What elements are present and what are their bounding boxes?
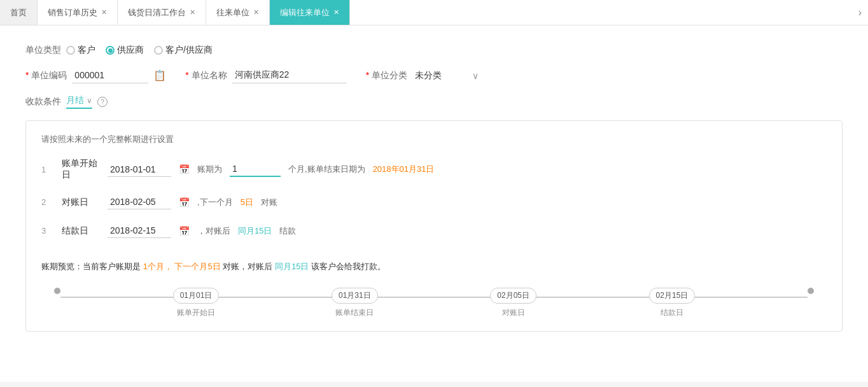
timeline-start-dot (54, 288, 60, 294)
timeline-point-3: 02月05日 对账日 (490, 288, 536, 318)
category-item: 单位分类 未分类 ∨ (366, 70, 479, 81)
tab-partner[interactable]: 往来单位 ✕ (206, 0, 270, 25)
timeline-label-2: 账单结束日 (335, 307, 374, 318)
timeline-point-4: 02月15日 结款日 (649, 288, 696, 318)
timeline-label-1: 账单开始日 (177, 307, 215, 318)
unit-type-item: 单位类型 客户 供应商 客户/供应商 (25, 45, 213, 56)
preview-same: 同月15日 (275, 262, 309, 271)
unit-type-label: 单位类型 (25, 45, 61, 56)
payment-value: 月结 (66, 95, 84, 106)
unit-type-radio-group: 客户 供应商 客户/供应商 (66, 45, 213, 56)
preview-next: 下一个月5日 (174, 262, 220, 271)
row-1-label: 账单开始日 (62, 158, 100, 181)
code-item: 单位编码 📋 (25, 67, 166, 83)
tab-bar: 首页 销售订单历史 ✕ 钱货日清工作台 ✕ 往来单位 ✕ 编辑往来单位 ✕ › (0, 0, 868, 25)
tab-edit-partner-close[interactable]: ✕ (333, 8, 339, 17)
timeline-point-2: 01月31日 账单结束日 (332, 288, 378, 318)
timeline-dot-start (54, 288, 60, 294)
timeline-box-1: 01月01日 (173, 288, 220, 304)
radio-customer[interactable]: 客户 (66, 45, 95, 56)
code-calendar-icon[interactable]: 📋 (153, 69, 166, 81)
period-row-1: 1 账单开始日 📅 账期为 个月,账单结束日期为 2018年01月31日 (41, 158, 827, 181)
timeline-label-3: 对账日 (502, 307, 525, 318)
row-3-pre: ，对账后 (197, 225, 230, 237)
unit-type-row: 单位类型 客户 供应商 客户/供应商 (25, 45, 843, 56)
tab-edit-partner[interactable]: 编辑往来单位 ✕ (270, 0, 350, 25)
radio-supplier-circle (106, 46, 115, 55)
category-value: 未分类 (415, 70, 442, 81)
radio-both-circle (154, 46, 163, 55)
main-content: 单位类型 客户 供应商 客户/供应商 单位编码 📋 (0, 25, 868, 382)
name-input[interactable] (232, 67, 347, 83)
preview-label: 账期预览：当前客户账期是 (41, 262, 141, 271)
category-dropdown-icon[interactable]: ∨ (472, 71, 479, 81)
start-date-input[interactable] (108, 162, 171, 177)
code-input[interactable] (72, 67, 148, 83)
preview-months: 1个月， (143, 262, 172, 271)
reconcile-date-calendar-icon[interactable]: 📅 (179, 197, 190, 208)
radio-both-label: 客户/供应商 (165, 45, 213, 56)
row-2-pre: ,下一个月 (197, 197, 233, 208)
row-3-number: 3 (41, 226, 54, 236)
payment-dropdown-icon[interactable]: ∨ (87, 96, 92, 105)
row-3-highlight: 同月15日 (238, 225, 272, 237)
tab-edit-partner-label: 编辑往来单位 (280, 7, 330, 18)
row-2-post: 对账 (261, 197, 277, 208)
help-icon[interactable]: ? (97, 97, 108, 107)
timeline-point-1: 01月01日 账单开始日 (173, 288, 220, 318)
radio-supplier[interactable]: 供应商 (106, 45, 144, 56)
tab-home[interactable]: 首页 (0, 0, 38, 25)
tab-sales-history[interactable]: 销售订单历史 ✕ (38, 0, 118, 25)
period-months-input[interactable] (230, 162, 281, 177)
row-2-highlight: 5日 (241, 197, 253, 208)
timeline-dot-end (808, 288, 814, 294)
code-label: 单位编码 (25, 70, 67, 81)
payment-row: 收款条件 月结 ∨ ? (25, 95, 843, 109)
timeline-box-3: 02月05日 (490, 288, 536, 304)
timeline-box-4: 02月15日 (649, 288, 696, 304)
payment-select[interactable]: 月结 ∨ (66, 95, 92, 109)
tab-partner-label: 往来单位 (216, 7, 249, 18)
radio-supplier-label: 供应商 (117, 45, 144, 56)
radio-customer-circle (66, 46, 75, 55)
settings-panel: 请按照未来的一个完整帐期进行设置 1 账单开始日 📅 账期为 个月,账单结束日期… (25, 120, 843, 332)
reconcile-date-input[interactable] (108, 195, 171, 209)
payment-date-calendar-icon[interactable]: 📅 (179, 226, 190, 236)
row-2-label: 对账日 (62, 197, 100, 208)
category-label: 单位分类 (366, 70, 407, 81)
period-row-3: 3 结款日 📅 ，对账后 同月15日 结款 (41, 223, 827, 238)
name-label: 单位名称 (185, 70, 227, 81)
row-3-label: 结款日 (62, 225, 100, 237)
preview-mid: 对账，对账后 (223, 262, 272, 271)
name-item: 单位名称 (185, 67, 346, 83)
row-3-post: 结款 (279, 225, 296, 237)
timeline-label-4: 结款日 (661, 307, 683, 318)
tab-cash-work[interactable]: 钱货日清工作台 ✕ (118, 0, 206, 25)
tab-cash-work-close[interactable]: ✕ (190, 8, 195, 17)
period-row-2: 2 对账日 📅 ,下一个月 5日 对账 (41, 195, 827, 209)
tab-more-button[interactable]: › (852, 0, 868, 25)
row-1-post: 个月,账单结束日期为 (288, 164, 365, 175)
tab-home-label: 首页 (10, 7, 27, 18)
panel-title: 请按照未来的一个完整帐期进行设置 (41, 134, 827, 145)
payment-date-input[interactable] (108, 223, 171, 238)
row-2-number: 2 (41, 197, 54, 207)
row-1-number: 1 (41, 165, 54, 174)
radio-both[interactable]: 客户/供应商 (154, 45, 213, 56)
radio-customer-label: 客户 (78, 45, 95, 56)
row-1-end-date: 2018年01月31日 (373, 164, 435, 175)
tab-partner-close[interactable]: ✕ (253, 8, 259, 17)
payment-item: 收款条件 月结 ∨ ? (25, 95, 108, 109)
preview-end: 该客户会给我打款。 (311, 262, 386, 271)
timeline-box-2: 01月31日 (332, 288, 378, 304)
timeline-container: 01月01日 账单开始日 01月31日 账单结束日 02月05日 对账日 02月… (41, 288, 827, 318)
row-1-pre: 账期为 (197, 164, 222, 175)
preview-section: 账期预览：当前客户账期是 1个月， 下一个月5日 对账，对账后 同月15日 该客… (41, 252, 827, 281)
start-date-calendar-icon[interactable]: 📅 (179, 164, 190, 174)
timeline-points: 01月01日 账单开始日 01月31日 账单结束日 02月05日 对账日 02月… (54, 288, 814, 318)
payment-label: 收款条件 (25, 96, 61, 108)
tab-cash-work-label: 钱货日清工作台 (128, 7, 186, 18)
timeline-end-dot (808, 288, 814, 294)
tab-sales-history-close[interactable]: ✕ (101, 8, 107, 17)
tab-sales-history-label: 销售订单历史 (48, 7, 97, 18)
